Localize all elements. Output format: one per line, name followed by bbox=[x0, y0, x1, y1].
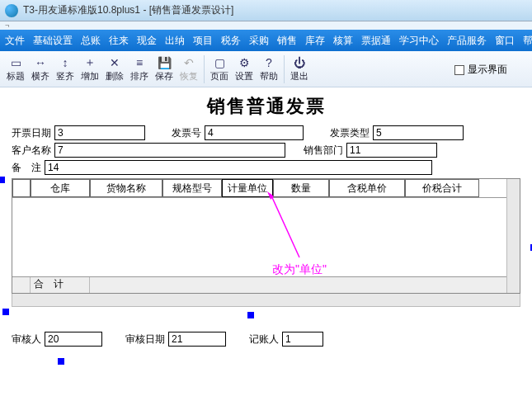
invoice-title[interactable]: 销售普通发票 bbox=[12, 94, 520, 119]
menu-税务[interactable]: 税务 bbox=[221, 34, 241, 48]
tool-保存[interactable]: 💾保存 bbox=[152, 55, 177, 83]
标题-icon: ▭ bbox=[3, 55, 28, 70]
tool-排序[interactable]: ≡排序 bbox=[127, 55, 152, 83]
menu-窗口[interactable]: 窗口 bbox=[495, 34, 515, 48]
删除-icon: ✕ bbox=[102, 55, 127, 70]
tool-删除[interactable]: ✕删除 bbox=[102, 55, 127, 83]
field-发票号[interactable]: 4 bbox=[205, 125, 304, 140]
tool-帮助[interactable]: ?帮助 bbox=[257, 55, 281, 83]
tool-增加[interactable]: ＋增加 bbox=[78, 55, 102, 83]
horizontal-scrollbar[interactable] bbox=[12, 294, 520, 307]
menu-销售[interactable]: 销售 bbox=[277, 34, 297, 48]
field-开票日期[interactable]: 3 bbox=[54, 125, 145, 140]
grid-table[interactable]: 仓库货物名称规格型号计量单位数量含税单价价税合计 合 计 bbox=[12, 178, 520, 294]
checkbox-icon bbox=[454, 65, 464, 75]
帮助-icon: ? bbox=[257, 55, 281, 70]
col-仓库[interactable]: 仓库 bbox=[31, 179, 90, 197]
col-rowhead[interactable] bbox=[12, 179, 31, 197]
tool-设置[interactable]: ⚙设置 bbox=[232, 55, 257, 83]
menu-项目[interactable]: 项目 bbox=[193, 34, 213, 48]
竖齐-icon: ↕ bbox=[53, 55, 78, 70]
toolbar: ▭标题↔横齐↕竖齐＋增加✕删除≡排序💾保存↶恢复▢页面⚙设置?帮助⏻退出 显示界… bbox=[0, 51, 532, 87]
field-label: 审核日期 bbox=[125, 332, 165, 347]
resize-handle[interactable] bbox=[247, 312, 254, 318]
tool-页面[interactable]: ▢页面 bbox=[207, 55, 232, 83]
menu-bar: 文件基础设置总账往来现金出纳项目税务采购销售库存核算票据通学习中心产品服务窗口帮 bbox=[0, 30, 532, 51]
table-footer: 合 计 bbox=[12, 276, 506, 293]
field-客户名称[interactable]: 7 bbox=[54, 143, 285, 158]
退出-icon: ⏻ bbox=[287, 55, 312, 70]
field-label: 发票类型 bbox=[330, 126, 370, 140]
col-价税合计[interactable]: 价税合计 bbox=[405, 179, 479, 197]
横齐-icon: ↔ bbox=[28, 55, 53, 70]
menu-往来[interactable]: 往来 bbox=[109, 34, 129, 48]
field-发票类型[interactable]: 5 bbox=[373, 125, 464, 140]
menu-采购[interactable]: 采购 bbox=[249, 34, 269, 48]
window-title: T3-用友通标准版10.8plus1 - [销售普通发票设计] bbox=[23, 3, 233, 17]
menu-库存[interactable]: 库存 bbox=[305, 34, 325, 48]
col-货物名称[interactable]: 货物名称 bbox=[90, 179, 162, 197]
annotation-text: 改为"单位" bbox=[272, 262, 327, 277]
field-label: 发票号 bbox=[172, 126, 201, 140]
tool-标题[interactable]: ▭标题 bbox=[3, 55, 28, 83]
toolbar-separator bbox=[284, 55, 285, 83]
field-label: 记账人 bbox=[249, 332, 279, 347]
toolbar-separator bbox=[204, 55, 205, 83]
menu-核算[interactable]: 核算 bbox=[333, 34, 353, 48]
menu-出纳[interactable]: 出纳 bbox=[165, 34, 185, 48]
col-含税单价[interactable]: 含税单价 bbox=[329, 179, 405, 197]
保存-icon: 💾 bbox=[152, 55, 177, 70]
field-记账人[interactable]: 1 bbox=[282, 332, 323, 347]
show-ui-label: 显示界面 bbox=[468, 63, 507, 77]
恢复-icon: ↶ bbox=[177, 55, 201, 70]
field-审核日期[interactable]: 21 bbox=[168, 332, 226, 347]
show-ui-toggle[interactable]: 显示界面 bbox=[454, 63, 507, 77]
resize-handle[interactable] bbox=[2, 309, 9, 315]
menu-总账[interactable]: 总账 bbox=[81, 34, 101, 48]
title-bar: T3-用友通标准版10.8plus1 - [销售普通发票设计] bbox=[0, 0, 532, 21]
menu-基础设置[interactable]: 基础设置 bbox=[33, 34, 73, 48]
sub-line: ¬ bbox=[0, 21, 532, 30]
menu-帮[interactable]: 帮 bbox=[523, 34, 532, 48]
menu-现金[interactable]: 现金 bbox=[137, 34, 157, 48]
field-备　注[interactable]: 14 bbox=[45, 160, 432, 175]
menu-文件[interactable]: 文件 bbox=[5, 34, 25, 48]
table-body bbox=[12, 197, 506, 276]
col-数量[interactable]: 数量 bbox=[273, 179, 329, 197]
tool-恢复: ↶恢复 bbox=[177, 55, 201, 83]
resize-handle[interactable] bbox=[58, 358, 64, 365]
resize-handle[interactable] bbox=[0, 177, 5, 183]
vertical-scrollbar[interactable] bbox=[506, 179, 520, 293]
field-销售部门[interactable]: 11 bbox=[346, 143, 437, 158]
design-canvas: 销售普通发票 开票日期3发票号4发票类型5 客户名称7销售部门11 备 注14 … bbox=[0, 87, 532, 354]
增加-icon: ＋ bbox=[78, 55, 102, 70]
设置-icon: ⚙ bbox=[232, 55, 257, 70]
app-icon bbox=[5, 4, 18, 17]
col-规格型号[interactable]: 规格型号 bbox=[162, 179, 222, 197]
页面-icon: ▢ bbox=[207, 55, 232, 70]
menu-产品服务[interactable]: 产品服务 bbox=[447, 34, 487, 48]
menu-票据通[interactable]: 票据通 bbox=[361, 34, 391, 48]
col-计量单位[interactable]: 计量单位 bbox=[222, 179, 273, 197]
field-审核人[interactable]: 20 bbox=[45, 332, 102, 347]
tool-横齐[interactable]: ↔横齐 bbox=[28, 55, 53, 83]
field-label: 审核人 bbox=[12, 332, 41, 347]
menu-学习中心[interactable]: 学习中心 bbox=[399, 34, 439, 48]
tool-退出[interactable]: ⏻退出 bbox=[287, 55, 312, 83]
tool-竖齐[interactable]: ↕竖齐 bbox=[53, 55, 78, 83]
field-label: 开票日期 bbox=[12, 126, 51, 140]
field-label: 销售部门 bbox=[304, 144, 343, 158]
排序-icon: ≡ bbox=[127, 55, 152, 70]
field-label: 备 注 bbox=[12, 161, 41, 175]
field-label: 客户名称 bbox=[12, 144, 51, 158]
